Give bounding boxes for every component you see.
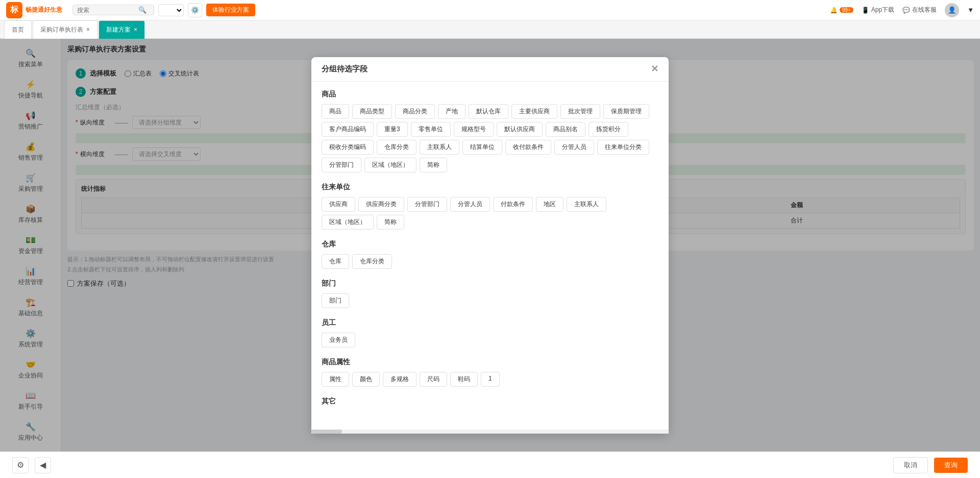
field-category-0: 商品商品商品类型商品分类产地默认仓库主要供应商批次管理保质期管理客户商品编码重量… <box>322 90 658 172</box>
avatar[interactable]: 👤 <box>945 3 959 17</box>
field-tag-0-21[interactable]: 往来单位分类 <box>597 140 649 155</box>
field-tag-1-5[interactable]: 地区 <box>536 197 564 212</box>
header-dropdown[interactable] <box>158 4 184 16</box>
field-tag-5-4[interactable]: 鞋码 <box>450 372 478 387</box>
field-cat-title-1: 往来单位 <box>322 183 658 192</box>
field-select-modal: 分组待选字段 ✕ 商品商品商品类型商品分类产地默认仓库主要供应商批次管理保质期管… <box>311 57 669 434</box>
confirm-button[interactable]: 查询 <box>934 458 968 473</box>
gear-button[interactable]: ⚙️ <box>188 3 202 17</box>
app-download-item[interactable]: 📱 App下载 <box>862 6 894 14</box>
h-scrollbar-thumb[interactable] <box>311 430 342 434</box>
field-tag-1-8[interactable]: 简称 <box>377 215 404 230</box>
service-icon: 💬 <box>902 7 910 14</box>
field-tag-0-8[interactable]: 客户商品编码 <box>322 122 374 137</box>
field-cat-title-2: 仓库 <box>322 240 658 249</box>
field-tag-0-23[interactable]: 区域（地区） <box>364 158 416 172</box>
tab-purchase-close[interactable]: × <box>86 26 90 33</box>
field-tag-0-4[interactable]: 默认仓库 <box>469 104 508 119</box>
search-input[interactable] <box>77 7 138 14</box>
modal-header: 分组待选字段 ✕ <box>311 57 669 82</box>
field-tag-0-2[interactable]: 商品分类 <box>395 104 435 119</box>
field-tag-1-7[interactable]: 区域（地区） <box>322 215 374 230</box>
field-tag-5-1[interactable]: 颜色 <box>352 372 380 387</box>
field-tags-5: 属性颜色多规格尺码鞋码1 <box>322 372 658 387</box>
field-tag-2-1[interactable]: 仓库分类 <box>352 254 392 269</box>
toggle-icon-btn[interactable]: ◀ <box>35 457 51 473</box>
header-btn-area: ⚙️ 体验行业方案 <box>158 3 255 17</box>
field-tag-0-7[interactable]: 保质期管理 <box>603 104 649 119</box>
logo-area: 标 畅捷通好生意 <box>6 2 67 18</box>
field-tag-0-5[interactable]: 主要供应商 <box>511 104 557 119</box>
field-tag-0-11[interactable]: 规格型号 <box>454 122 494 137</box>
field-tag-0-24[interactable]: 简称 <box>420 158 447 172</box>
notifications-item[interactable]: 🔔 99+ <box>830 7 853 14</box>
field-tag-0-20[interactable]: 分管人员 <box>554 140 594 155</box>
field-cat-title-4: 员工 <box>322 318 658 328</box>
field-tag-0-9[interactable]: 重量3 <box>377 122 408 137</box>
field-category-5: 商品属性属性颜色多规格尺码鞋码1 <box>322 358 658 387</box>
tab-purchase-order[interactable]: 采购订单执行表 × <box>33 20 97 39</box>
field-tag-1-1[interactable]: 供应商分类 <box>358 197 404 212</box>
modal-close-btn[interactable]: ✕ <box>651 64 658 73</box>
field-category-1: 往来单位供应商供应商分类分管部门分管人员付款条件地区主联系人区域（地区）简称 <box>322 183 658 230</box>
field-category-3: 部门部门 <box>322 279 658 308</box>
settings-icon-btn[interactable]: ⚙ <box>12 457 29 473</box>
online-service-item[interactable]: 💬 在线客服 <box>902 6 937 14</box>
field-cat-title-6: 其它 <box>322 397 658 406</box>
field-tag-4-0[interactable]: 业务员 <box>322 333 355 347</box>
header-search-box: 🔍 <box>72 5 154 15</box>
field-tag-1-6[interactable]: 主联系人 <box>567 197 606 212</box>
field-tag-0-17[interactable]: 主联系人 <box>420 140 459 155</box>
user-expand-icon: ▼ <box>967 6 974 14</box>
notifications-badge: 99+ <box>840 7 853 13</box>
field-tag-0-16[interactable]: 仓库分类 <box>377 140 416 155</box>
field-tag-0-0[interactable]: 商品 <box>322 104 349 119</box>
field-tag-2-0[interactable]: 仓库 <box>322 254 349 269</box>
field-tag-1-0[interactable]: 供应商 <box>322 197 355 212</box>
tab-home-label: 首页 <box>12 26 24 34</box>
avatar-icon: 👤 <box>948 6 956 14</box>
field-tag-0-18[interactable]: 结算单位 <box>462 140 502 155</box>
field-tag-1-3[interactable]: 分管人员 <box>450 197 490 212</box>
field-tag-1-2[interactable]: 分管部门 <box>407 197 447 212</box>
tab-new-plan-close[interactable]: × <box>134 26 137 33</box>
logo-text: 畅捷通好生意 <box>26 6 62 14</box>
field-tag-5-0[interactable]: 属性 <box>322 372 349 387</box>
tab-new-plan[interactable]: 新建方案 × <box>99 20 145 39</box>
field-tag-0-13[interactable]: 商品别名 <box>546 122 585 137</box>
field-tag-0-6[interactable]: 批次管理 <box>560 104 600 119</box>
field-tag-0-10[interactable]: 零售单位 <box>411 122 451 137</box>
field-tag-0-22[interactable]: 分管部门 <box>322 158 361 172</box>
top-header: 标 畅捷通好生意 🔍 ⚙️ 体验行业方案 🔔 99+ 📱 App下载 💬 在线客… <box>0 0 980 20</box>
field-tag-0-19[interactable]: 收付款条件 <box>505 140 551 155</box>
field-category-6: 其它 <box>322 397 658 411</box>
logo-icon: 标 <box>6 2 22 18</box>
tab-new-plan-label: 新建方案 <box>106 26 131 34</box>
field-tag-3-0[interactable]: 部门 <box>322 293 349 308</box>
app-download-label: App下载 <box>871 6 894 14</box>
field-tag-0-1[interactable]: 商品类型 <box>352 104 392 119</box>
field-tags-1: 供应商供应商分类分管部门分管人员付款条件地区主联系人区域（地区）简称 <box>322 197 658 230</box>
field-tags-3: 部门 <box>322 293 658 308</box>
field-category-2: 仓库仓库仓库分类 <box>322 240 658 269</box>
field-tag-5-5[interactable]: 1 <box>481 372 500 387</box>
field-cat-title-0: 商品 <box>322 90 658 99</box>
field-tag-5-2[interactable]: 多规格 <box>383 372 416 387</box>
bell-icon: 🔔 <box>830 7 838 14</box>
field-tag-0-12[interactable]: 默认供应商 <box>497 122 543 137</box>
field-tag-0-14[interactable]: 拣货积分 <box>589 122 628 137</box>
modal-h-scrollbar[interactable] <box>311 430 669 434</box>
tab-home[interactable]: 首页 <box>4 20 32 39</box>
experience-btn[interactable]: 体验行业方案 <box>206 4 255 16</box>
field-tag-5-3[interactable]: 尺码 <box>420 372 447 387</box>
bottom-bar: ⚙ ◀ 取消 查询 <box>0 451 980 478</box>
field-tag-1-4[interactable]: 付款条件 <box>493 197 533 212</box>
field-cat-title-5: 商品属性 <box>322 358 658 367</box>
bottom-left: ⚙ ◀ <box>12 457 51 473</box>
tab-purchase-label: 采购订单执行表 <box>40 26 83 34</box>
search-icon: 🔍 <box>138 6 146 14</box>
field-tags-0: 商品商品类型商品分类产地默认仓库主要供应商批次管理保质期管理客户商品编码重量3零… <box>322 104 658 172</box>
cancel-button[interactable]: 取消 <box>893 457 928 473</box>
field-tag-0-3[interactable]: 产地 <box>438 104 465 119</box>
field-tag-0-15[interactable]: 税收分类编码 <box>322 140 374 155</box>
